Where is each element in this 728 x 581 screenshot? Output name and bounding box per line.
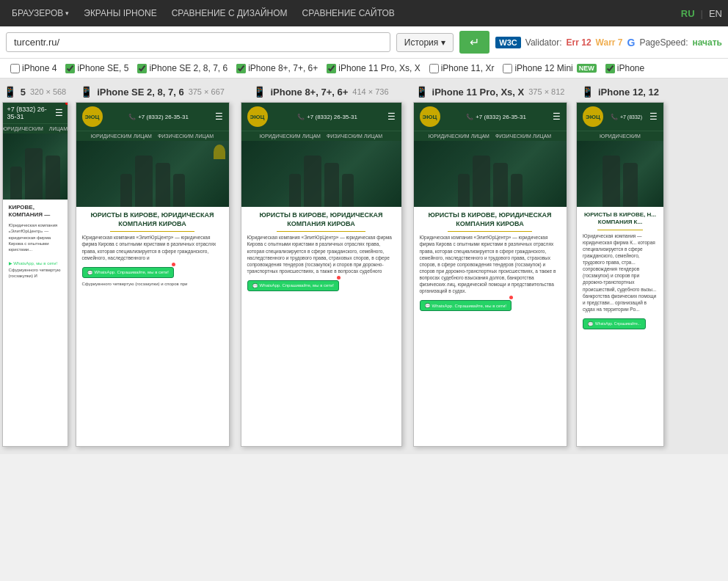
screen-header-se2876: 📱 iPhone SE 2, 8, 7, 6 375 × 667 [80,86,225,98]
cb-iphone-last[interactable]: iPhone [603,63,647,73]
cb-iphone11prox[interactable]: iPhone 11 Pro, Xs, X [324,63,423,73]
site-title-partial: КИРОВЕ,КОМПАНИЯ — [9,204,62,219]
whatsapp-btn-11pro[interactable]: 💬 WhatsApp. Спрашивайте, мы в сети! [420,300,512,311]
menu-icon-11pro: ☰ [553,112,561,122]
iphone11xr-checkbox[interactable] [429,64,439,73]
go-button[interactable]: ↵ [459,31,489,54]
screens-container: 📱 5 320 × 568 +7 (8332) 26-35-31 ☰ ЮРИДИ… [0,78,728,454]
screen-col-iphone11pro: 📱 iPhone 11 Pro, Xs, X 375 × 812 ЭЮЦ 📞+7… [407,86,572,447]
whatsapp-11pro: 💬 WhatsApp. Спрашивайте, мы в сети! [420,297,512,314]
cb-iphonese5[interactable]: iPhone SE, 5 [62,63,131,73]
site-body-12: ЮРИСТЫ В КИРОВЕ, Н...КОМПАНИЯ К... Юриди… [577,207,663,337]
whatsapp-btn-876[interactable]: 💬 WhatsApp. Спрашивайте, мы в сети! [247,280,339,291]
site-text-11pro: Юридическая компания «ЭлитЮрЦентр» — юри… [420,234,561,294]
whatsapp-btn-12[interactable]: 💬 WhatsApp. Спрашивайте... [583,318,646,329]
cb-iphone11xr[interactable]: iPhone 11, Xr [426,63,498,73]
cb-iphone12mini[interactable]: iPhone 12 Mini NEW [500,63,599,73]
site-header-876: ЭЮЦ 📞+7 (8332) 26-35-31 ☰ [241,103,401,131]
nav-compare-sites[interactable]: СРАВНЕНИЕ САЙТОВ [296,8,401,18]
nav-legal-876: ЮРИДИЧЕСКИМ ЛИЦАМ [260,134,321,139]
whatsapp-876: 💬 WhatsApp. Спрашивайте, мы в сети! [247,277,339,294]
screen-content-876: ЭЮЦ 📞+7 (8332) 26-35-31 ☰ ЮРИДИЧЕСКИМ ЛИ… [241,103,401,446]
whatsapp-btn-se[interactable]: 💬 WhatsApp. Спрашивайте, мы в сети! [82,267,174,278]
iphone876plus-label: iPhone 8+, 7+, 6+ [248,63,318,73]
site-header-11pro: ЭЮЦ 📞+7 (8332) 26-35-31 ☰ [414,103,567,131]
site-body-876: ЮРИСТЫ В КИРОВЕ, ЮРИДИЧЕСКАЯ КОМПАНИЯ КИ… [241,207,401,299]
site-text-876: Юридическая компания «ЭлитЮрЦентр» — юри… [247,234,396,274]
pagespeed-link[interactable]: начать [692,37,722,48]
phone-icon-se: 📱 [80,86,92,98]
iphone-last-checkbox[interactable] [605,64,615,73]
whatsapp-partial: ▶ WhatsApp, мы в сети! [9,256,62,267]
site-title-12: ЮРИСТЫ В КИРОВЕ, Н...КОМПАНИЯ К... [583,211,658,227]
hero-image-partial [3,134,68,200]
new-badge: NEW [577,64,597,73]
iphone876plus-checkbox[interactable] [236,64,246,73]
phone-icon: 📱 [4,86,16,98]
iphonese5-checkbox[interactable] [65,64,75,73]
phone-icon-876: 📱 [253,86,266,98]
url-bar-row: История ▾ ↵ W3C Validator: Err 12 Warr 7… [0,26,728,59]
lang-en[interactable]: EN [709,8,722,19]
whatsapp-se: 💬 WhatsApp. Спрашивайте, мы в сети! [82,264,174,281]
iphone11xr-label: iPhone 11, Xr [441,63,495,73]
chevron-down-icon: ▾ [65,10,69,17]
menu-icon-se: ☰ [215,112,223,122]
history-button[interactable]: История ▾ [396,33,454,52]
phone-number-partial: +7 (8332) 26-35-31 [7,106,55,120]
iphonese2876-checkbox[interactable] [137,64,147,73]
site-more-partial: Сфуриувнного четвертую (госзакупки) И [9,267,62,279]
warn-badge[interactable]: Warr 7 [596,37,623,48]
url-input[interactable] [6,32,390,52]
screen-header-iphone5: 📱 5 320 × 568 [4,86,66,98]
iphone4-label: iPhone 4 [22,63,57,73]
site-phone-se: 📞+7 (8332) 26-35-31 [128,114,189,120]
resolution-11pro: 375 × 812 [528,87,564,96]
site-header-partial: +7 (8332) 26-35-31 ☰ [3,103,68,123]
err-badge[interactable]: Err 12 [567,37,592,48]
site-text-se: Юридическая компания «ЭлитЮрЦентр» — юри… [82,234,223,260]
site-divider-se [110,231,194,232]
model-name-se: iPhone SE 2, 8, 7, 6 [97,87,184,98]
screen-col-iphone12: 📱 iPhone 12, 12 ЭЮЦ 📞+7 (8332) ☰ ЮРИДИЧЕ… [572,86,668,447]
site-body-se: ЮРИСТЫ В КИРОВЕ, ЮРИДИЧЕСКАЯ КОМПАНИЯ КИ… [76,207,229,291]
site-nav-se: ЮРИДИЧЕСКИМ ЛИЦАМ ФИЗИЧЕСКИМ ЛИЦАМ [76,131,229,141]
iphone4-checkbox[interactable] [10,64,20,73]
iphone12mini-label: iPhone 12 Mini [514,63,572,73]
screen-frame-12: ЭЮЦ 📞+7 (8332) ☰ ЮРИДИЧЕСКИМ [576,102,664,447]
hero-se [76,141,229,207]
iphonese2876-label: iPhone SE 2, 8, 7, 6 [149,63,228,73]
menu-icon-partial: ☰ [55,108,63,118]
site-header-se: ЭЮЦ 📞+7 (8332) 26-35-31 ☰ [76,103,229,131]
lang-ru[interactable]: RU [681,8,695,19]
top-navigation: БРАУЗЕРОВ ▾ ЭКРАНЫ IPHONE СРАВНЕНИЕ С ДИ… [0,0,728,26]
site-divider-11pro [448,231,532,232]
nav-iphone-screens[interactable]: ЭКРАНЫ IPHONE [78,8,162,18]
site-title-11pro: ЮРИСТЫ В КИРОВЕ, ЮРИДИЧЕСКАЯ КОМПАНИЯ КИ… [420,211,561,228]
site-phone-12: 📞+7 (8332) [611,114,642,120]
site-nav-11pro: ЮРИДИЧЕСКИМ ЛИЦАМ ФИЗИЧЕСКИМ ЛИЦАМ [414,131,567,141]
site-divider-876 [277,231,365,232]
iphone12mini-checkbox[interactable] [503,64,512,73]
nav-compare-design[interactable]: СРАВНЕНИЕ С ДИЗАЙНОМ [166,8,294,18]
site-body-11pro: ЮРИСТЫ В КИРОВЕ, ЮРИДИЧЕСКАЯ КОМПАНИЯ КИ… [414,207,567,318]
nav-legal-se: ЮРИДИЧЕСКИМ ЛИЦАМ [91,134,152,139]
site-divider-12 [597,230,642,230]
iphonese5-label: iPhone SE, 5 [77,63,128,73]
validator-section: W3C Validator: Err 12 Warr 7 G PageSpeed… [495,37,722,48]
site-text-partial: Юридическая компания «ЭлитЮрЦентр» — юри… [9,222,62,253]
nav-legal-12: ЮРИДИЧЕСКИМ [600,134,641,139]
site-header-12: ЭЮЦ 📞+7 (8332) ☰ [577,103,663,131]
iphone11prox-checkbox[interactable] [327,64,336,73]
screen-frame-11pro: ЭЮЦ 📞+7 (8332) 26-35-31 ☰ ЮРИДИЧЕСКИМ ЛИ… [413,102,567,447]
site-more-se: Сфуриувнного четвертую (госзакупки) и сп… [82,281,223,287]
resolution-se: 375 × 667 [189,87,225,96]
hero-11pro [414,141,567,207]
model-name-5: 5 [21,87,26,98]
cb-iphone4[interactable]: iPhone 4 [7,63,59,73]
nav-browsers[interactable]: БРАУЗЕРОВ ▾ [6,8,75,18]
screen-header-11pro: 📱 iPhone 11 Pro, Xs, X 375 × 812 [415,86,565,98]
cb-iphonese2876[interactable]: iPhone SE 2, 8, 7, 6 [134,63,230,73]
site-nav-876: ЮРИДИЧЕСКИМ ЛИЦАМ ФИЗИЧЕСКИМ ЛИЦАМ [241,131,401,141]
cb-iphone876plus[interactable]: iPhone 8+, 7+, 6+ [233,63,321,73]
